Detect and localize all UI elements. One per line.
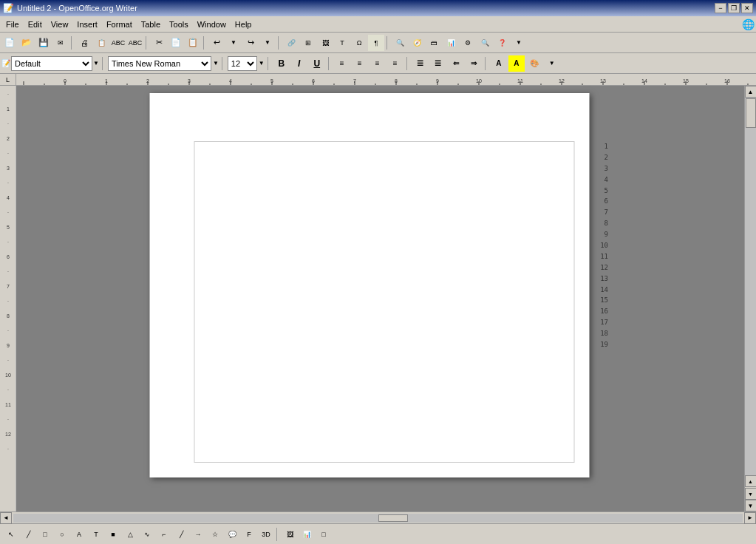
scroll-page-down-button[interactable]: ▼ <box>745 488 757 500</box>
scroll-thumb-horizontal[interactable] <box>378 514 408 522</box>
menu-window[interactable]: Window <box>193 16 231 32</box>
maximize-button[interactable]: ❐ <box>728 3 740 13</box>
scroll-page-up-button[interactable]: ▲ <box>745 475 757 487</box>
stars-tool[interactable]: ☆ <box>207 526 223 543</box>
menubar: File Edit View Insert Format Table Tools… <box>0 16 756 33</box>
print-preview-button[interactable]: 📋 <box>93 35 109 51</box>
format-marks-button[interactable]: ¶ <box>368 35 384 51</box>
scroll-left-button[interactable]: ◄ <box>0 512 12 524</box>
print-button[interactable]: 🖨 <box>76 35 92 51</box>
menu-tools[interactable]: Tools <box>165 16 193 32</box>
rect-tool[interactable]: □ <box>37 526 53 543</box>
close-button[interactable]: ✕ <box>741 3 753 13</box>
hyperlink-button[interactable]: 🔗 <box>283 35 299 51</box>
highlight-button[interactable]: A <box>508 55 525 72</box>
menu-insert[interactable]: Insert <box>72 16 102 32</box>
extrusion-tool[interactable]: 3D <box>258 526 274 543</box>
text-tool[interactable]: A <box>71 526 87 543</box>
menu-edit[interactable]: Edit <box>24 16 47 32</box>
shadow-tool[interactable]: □ <box>316 526 332 543</box>
textbox-button[interactable]: T <box>334 35 350 51</box>
paste-button[interactable]: 📋 <box>185 35 201 51</box>
scroll-thumb-vertical[interactable] <box>746 98 756 128</box>
style-select[interactable]: Default <box>11 56 92 71</box>
save-button[interactable]: 💾 <box>35 35 52 51</box>
macro-button[interactable]: ⚙ <box>460 35 476 51</box>
underline-button[interactable]: U <box>309 55 325 72</box>
minimize-button[interactable]: − <box>715 3 726 13</box>
curves-tool[interactable]: ∿ <box>139 526 155 543</box>
toolbar-more[interactable]: ▼ <box>511 35 527 51</box>
style-dropdown-icon[interactable]: ▼ <box>93 60 99 67</box>
bold-button[interactable]: B <box>273 55 290 72</box>
list-ordered-button[interactable]: ☰ <box>430 55 446 72</box>
find-button[interactable]: 🔍 <box>392 35 408 51</box>
copy-button[interactable]: 📄 <box>168 35 184 51</box>
scroll-down-button[interactable]: ▼ <box>745 500 757 511</box>
align-center-button[interactable]: ≡ <box>352 55 368 72</box>
ellipse-tool[interactable]: ○ <box>54 526 70 543</box>
undo-button[interactable]: ↩ <box>208 35 225 51</box>
autocorrect-button[interactable]: ABC <box>127 35 143 51</box>
undo-dropdown[interactable]: ▼ <box>225 35 242 51</box>
fill-color-tool[interactable]: ■ <box>105 526 121 543</box>
background-color-button[interactable]: 🎨 <box>526 55 542 72</box>
email-button[interactable]: ✉ <box>52 35 69 51</box>
open-button[interactable]: 📂 <box>18 35 35 51</box>
font-select[interactable]: Times New Roman <box>108 56 211 71</box>
datasource-button[interactable]: 📊 <box>443 35 459 51</box>
spellcheck-button[interactable]: ABC <box>110 35 126 51</box>
size-dropdown-icon[interactable]: ▼ <box>259 60 265 67</box>
new-button[interactable]: 📄 <box>1 35 18 51</box>
dbrowser-button[interactable]: 🗃 <box>426 35 442 51</box>
cut-button[interactable]: ✂ <box>151 35 167 51</box>
image-button[interactable]: 🖼 <box>317 35 333 51</box>
redo-button[interactable]: ↪ <box>242 35 259 51</box>
arrows-tool[interactable]: → <box>190 526 206 543</box>
menu-help[interactable]: Help <box>231 16 256 32</box>
app-icon: 📝 <box>3 3 14 13</box>
font-size-select[interactable]: 12 <box>228 56 257 71</box>
fontwork-tool[interactable]: F <box>241 526 257 543</box>
indent-less-button[interactable]: ⇐ <box>448 55 464 72</box>
document-area[interactable]: 12345678910111213141516171819 <box>16 86 744 511</box>
list-unordered-button[interactable]: ☰ <box>412 55 429 72</box>
font-dropdown-icon[interactable]: ▼ <box>213 60 219 67</box>
help-button[interactable]: ❓ <box>494 35 510 51</box>
italic-button[interactable]: I <box>291 55 307 72</box>
table-button[interactable]: ⊞ <box>300 35 316 51</box>
font-color-button[interactable]: A <box>491 55 507 72</box>
svg-text:·: · <box>7 299 9 304</box>
toolbar-more-fmt[interactable]: ▼ <box>544 55 560 72</box>
scroll-up-button[interactable]: ▲ <box>745 86 757 98</box>
zoom-button[interactable]: 🔍 <box>477 35 493 51</box>
content-area[interactable] <box>194 141 574 463</box>
insert-chart-draw[interactable]: 📊 <box>299 526 315 543</box>
redo-dropdown[interactable]: ▼ <box>259 35 276 51</box>
insert-image-draw[interactable]: 🖼 <box>282 526 298 543</box>
standard-toolbar: 📄 📂 💾 ✉ 🖨 📋 ABC ABC ✂ 📄 📋 ↩ ▼ ↪ ▼ 🔗 ⊞ 🖼 … <box>0 33 756 53</box>
document-page[interactable] <box>149 93 589 477</box>
menu-table[interactable]: Table <box>137 16 165 32</box>
align-left-button[interactable]: ≡ <box>334 55 350 72</box>
align-justify-button[interactable]: ≡ <box>387 55 403 72</box>
select-tool[interactable]: ↖ <box>3 526 19 543</box>
special-char-button[interactable]: Ω <box>351 35 367 51</box>
svg-text:6: 6 <box>7 254 10 259</box>
scroll-track-horizontal[interactable] <box>13 514 743 523</box>
menu-format[interactable]: Format <box>102 16 137 32</box>
textbox-draw-tool[interactable]: T <box>88 526 104 543</box>
shapes-tool[interactable]: △ <box>122 526 138 543</box>
connectors-tool[interactable]: ⌐ <box>156 526 172 543</box>
callouts-tool[interactable]: 💬 <box>224 526 240 543</box>
scroll-track-vertical[interactable] <box>745 98 756 475</box>
svg-text:12: 12 <box>5 432 11 437</box>
scroll-right-button[interactable]: ► <box>744 512 756 524</box>
line-tool[interactable]: ╱ <box>20 526 36 543</box>
indent-more-button[interactable]: ⇒ <box>466 55 482 72</box>
lines-tool[interactable]: ╱ <box>173 526 189 543</box>
align-right-button[interactable]: ≡ <box>370 55 386 72</box>
navigator-button[interactable]: 🧭 <box>409 35 425 51</box>
menu-file[interactable]: File <box>1 16 24 32</box>
menu-view[interactable]: View <box>47 16 73 32</box>
